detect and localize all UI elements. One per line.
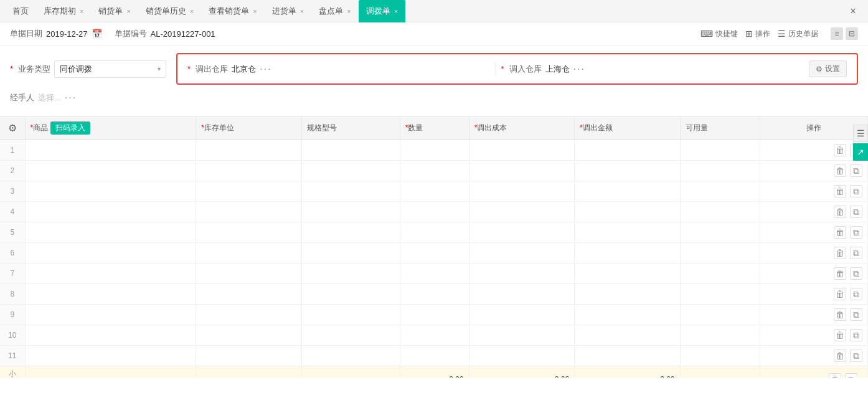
amount-cell[interactable]: [575, 264, 680, 284]
delete-row-button[interactable]: 🗑: [834, 308, 846, 321]
table-settings-icon[interactable]: ⚙: [5, 122, 20, 134]
qty-cell[interactable]: [400, 140, 469, 161]
copy-row-button[interactable]: ⧉: [850, 308, 862, 321]
tab-close-icon[interactable]: ×: [190, 7, 194, 15]
product-cell[interactable]: [25, 161, 196, 181]
calendar-icon[interactable]: 📅: [92, 29, 102, 39]
spec-cell[interactable]: [301, 222, 400, 243]
view-toggle-list[interactable]: ≡: [831, 27, 843, 40]
unit-cell[interactable]: [196, 181, 301, 202]
spec-cell[interactable]: [301, 181, 400, 202]
product-cell[interactable]: [25, 346, 196, 366]
available-cell[interactable]: [680, 325, 760, 346]
available-cell[interactable]: [680, 264, 760, 284]
subtotal-delete-button[interactable]: 🗑: [829, 373, 841, 378]
unit-cell[interactable]: [196, 325, 301, 346]
tab-item-4[interactable]: 查看销货单×: [201, 0, 264, 22]
copy-row-button[interactable]: ⧉: [850, 226, 862, 239]
delete-row-button[interactable]: 🗑: [834, 267, 846, 280]
qty-cell[interactable]: [400, 202, 469, 222]
shortcut-button[interactable]: ⌨ 快捷键: [701, 29, 738, 39]
cost-cell[interactable]: [469, 181, 574, 202]
delete-row-button[interactable]: 🗑: [834, 185, 846, 198]
cost-cell[interactable]: [469, 202, 574, 222]
handler-more-dots[interactable]: ···: [65, 92, 77, 103]
tab-item-3[interactable]: 销货单历史×: [138, 0, 201, 22]
cost-cell[interactable]: [469, 161, 574, 181]
qty-cell[interactable]: [400, 346, 469, 366]
product-cell[interactable]: [25, 264, 196, 284]
product-cell[interactable]: [25, 181, 196, 202]
qty-cell[interactable]: [400, 264, 469, 284]
copy-row-button[interactable]: ⧉: [850, 288, 862, 300]
amount-cell[interactable]: [575, 202, 680, 222]
qty-cell[interactable]: [400, 161, 469, 181]
subtotal-copy-button[interactable]: ⧉: [845, 373, 857, 378]
available-cell[interactable]: [680, 284, 760, 305]
tab-item-5[interactable]: 进货单×: [265, 0, 311, 22]
spec-cell[interactable]: [301, 264, 400, 284]
unit-cell[interactable]: [196, 222, 301, 243]
window-close-button[interactable]: ×: [843, 1, 863, 21]
spec-cell[interactable]: [301, 284, 400, 305]
amount-cell[interactable]: [575, 222, 680, 243]
scan-input-button[interactable]: 扫码录入: [50, 121, 90, 135]
spec-cell[interactable]: [301, 161, 400, 181]
tab-item-7[interactable]: 调拨单×: [359, 0, 405, 22]
available-cell[interactable]: [680, 181, 760, 202]
unit-cell[interactable]: [196, 140, 301, 161]
amount-cell[interactable]: [575, 161, 680, 181]
cost-cell[interactable]: [469, 243, 574, 264]
product-cell[interactable]: [25, 140, 196, 161]
tab-close-icon[interactable]: ×: [394, 7, 398, 15]
unit-cell[interactable]: [196, 264, 301, 284]
amount-cell[interactable]: [575, 325, 680, 346]
qty-cell[interactable]: [400, 243, 469, 264]
cost-cell[interactable]: [469, 305, 574, 325]
cost-cell[interactable]: [469, 284, 574, 305]
cost-cell[interactable]: [469, 346, 574, 366]
unit-cell[interactable]: [196, 305, 301, 325]
spec-cell[interactable]: [301, 140, 400, 161]
available-cell[interactable]: [680, 222, 760, 243]
operations-button[interactable]: ⊞ 操作: [745, 29, 770, 39]
tab-close-icon[interactable]: ×: [126, 7, 130, 15]
handler-input[interactable]: 选择...: [38, 92, 61, 103]
spec-cell[interactable]: [301, 243, 400, 264]
delete-row-button[interactable]: 🗑: [834, 288, 846, 300]
available-cell[interactable]: [680, 161, 760, 181]
qty-cell[interactable]: [400, 222, 469, 243]
unit-cell[interactable]: [196, 243, 301, 264]
view-toggle-grid[interactable]: ⊟: [846, 27, 858, 40]
right-panel-doc-button[interactable]: ☰: [853, 125, 868, 142]
spec-cell[interactable]: [301, 202, 400, 222]
copy-row-button[interactable]: ⧉: [850, 164, 862, 177]
spec-cell[interactable]: [301, 325, 400, 346]
qty-cell[interactable]: [400, 305, 469, 325]
unit-cell[interactable]: [196, 161, 301, 181]
unit-cell[interactable]: [196, 202, 301, 222]
history-button[interactable]: ☰ 历史单据: [778, 29, 818, 39]
tab-close-icon[interactable]: ×: [347, 7, 351, 15]
right-panel-link-button[interactable]: ↗: [853, 143, 868, 161]
delete-row-button[interactable]: 🗑: [834, 247, 846, 259]
tab-close-icon[interactable]: ×: [253, 7, 257, 15]
tab-close-icon[interactable]: ×: [80, 7, 83, 15]
amount-cell[interactable]: [575, 140, 680, 161]
amount-cell[interactable]: [575, 181, 680, 202]
copy-row-button[interactable]: ⧉: [850, 206, 862, 218]
product-cell[interactable]: [25, 305, 196, 325]
out-warehouse-more-dots[interactable]: ···: [260, 64, 271, 75]
product-cell[interactable]: [25, 222, 196, 243]
cost-cell[interactable]: [469, 325, 574, 346]
tab-item-1[interactable]: 库存期初×: [36, 0, 91, 22]
delete-row-button[interactable]: 🗑: [834, 350, 846, 362]
copy-row-button[interactable]: ⧉: [850, 247, 862, 259]
delete-row-button[interactable]: 🗑: [834, 164, 846, 177]
amount-cell[interactable]: [575, 284, 680, 305]
available-cell[interactable]: [680, 140, 760, 161]
available-cell[interactable]: [680, 243, 760, 264]
available-cell[interactable]: [680, 305, 760, 325]
amount-cell[interactable]: [575, 346, 680, 366]
spec-cell[interactable]: [301, 305, 400, 325]
